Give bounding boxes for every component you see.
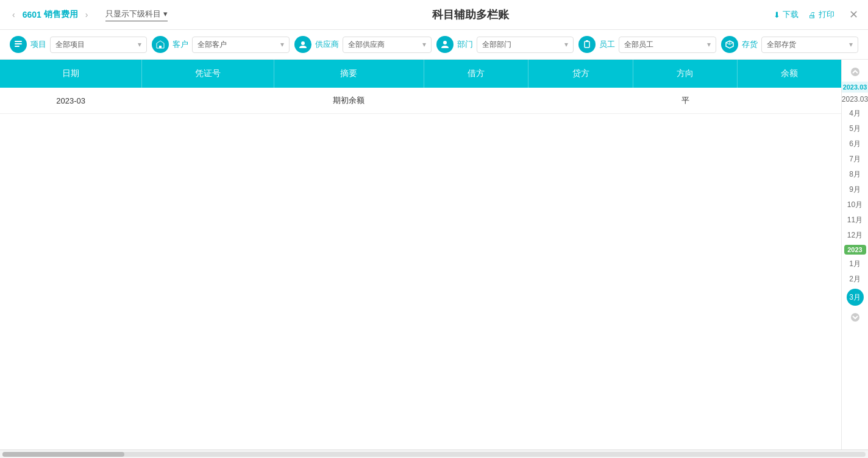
inventory-filter: 存货 全部存货 ▾ [721, 36, 858, 53]
col-date: 日期 [0, 60, 141, 88]
sidebar-month-item[interactable]: 8月 [841, 167, 868, 182]
department-icon [436, 36, 454, 53]
sidebar-month-item[interactable]: 12月 [841, 228, 868, 243]
inventory-select[interactable]: 全部存货 ▾ [761, 37, 858, 53]
col-summary: 摘要 [274, 60, 424, 88]
sidebar-month-item[interactable]: 3月 [847, 289, 864, 306]
sidebar-month-item[interactable]: 4月 [841, 106, 868, 121]
cell-balance [738, 88, 841, 114]
supplier-label: 供应商 [315, 39, 339, 50]
svg-rect-1 [15, 43, 22, 44]
table-row[interactable]: 2023-03 期初余额 平 [0, 88, 841, 114]
account-code-text: 6601 [23, 10, 41, 19]
col-balance: 余额 [738, 60, 841, 88]
employee-label: 员工 [599, 39, 615, 50]
show-sub-dropdown[interactable]: 只显示下级科目 ▾ [105, 9, 168, 21]
svg-rect-6 [586, 40, 588, 42]
cell-debit [424, 88, 528, 114]
supplier-dropdown-arrow: ▾ [422, 40, 426, 49]
cell-voucher [141, 88, 274, 114]
sidebar-month-item[interactable]: 2月 [841, 272, 868, 287]
print-label: 打印 [819, 9, 834, 20]
sidebar-month-item[interactable]: 6月 [841, 136, 868, 152]
department-label: 部门 [457, 39, 473, 50]
customer-label: 客户 [173, 39, 188, 50]
project-dropdown-arrow: ▾ [138, 40, 141, 49]
download-button[interactable]: ⬇ 下载 [774, 9, 799, 20]
sidebar-month-item[interactable]: 2023 [844, 245, 866, 255]
svg-rect-0 [15, 41, 22, 42]
svg-rect-2 [15, 46, 20, 47]
account-name-text: 销售费用 [44, 9, 78, 20]
project-select[interactable]: 全部项目 ▾ [50, 37, 147, 53]
show-sub-label: 只显示下级科目 [105, 9, 161, 19]
sidebar-month-item[interactable]: 5月 [841, 121, 868, 136]
svg-point-7 [851, 68, 859, 76]
customer-value: 全部客户 [197, 40, 227, 50]
project-icon [10, 36, 27, 53]
department-value: 全部部门 [482, 40, 511, 50]
inventory-value: 全部存货 [767, 40, 796, 50]
customer-icon [152, 36, 169, 53]
svg-point-4 [443, 41, 447, 44]
prev-account-button[interactable]: ‹ [10, 9, 18, 21]
sidebar-month-item[interactable]: 11月 [841, 213, 868, 228]
supplier-icon [294, 36, 311, 53]
employee-value: 全部员工 [624, 40, 653, 50]
sidebar-month-item[interactable]: 9月 [841, 182, 868, 197]
scrollbar-thumb[interactable] [2, 452, 124, 457]
print-button[interactable]: 🖨 打印 [808, 9, 834, 20]
col-voucher: 凭证号 [141, 60, 274, 88]
svg-rect-5 [585, 41, 589, 48]
cell-date: 2023-03 [0, 88, 141, 114]
download-icon: ⬇ [774, 10, 780, 19]
customer-filter: 客户 全部客户 ▾ [152, 36, 289, 53]
month-sidebar: 2023.032023.034月5月6月7月8月9月10月11月12月20231… [841, 60, 868, 449]
next-account-button[interactable]: › [83, 9, 91, 21]
filter-bar: 项目 全部项目 ▾ 客户 全部客户 ▾ [0, 30, 868, 60]
print-icon: 🖨 [808, 10, 816, 19]
project-value: 全部项目 [55, 40, 85, 50]
department-dropdown-arrow: ▾ [564, 40, 568, 49]
col-debit: 借方 [424, 60, 528, 88]
col-direction: 方向 [633, 60, 738, 88]
table-container: 日期 凭证号 摘要 借方 贷方 方向 余额 2023-03 期初余额 平 [0, 60, 841, 449]
sidebar-month-item[interactable]: 1月 [841, 256, 868, 272]
cell-summary: 期初余额 [274, 88, 424, 114]
inventory-label: 存货 [742, 39, 758, 50]
supplier-filter: 供应商 全部供应商 ▾ [294, 36, 432, 53]
sidebar-up-button[interactable] [847, 63, 864, 80]
supplier-select[interactable]: 全部供应商 ▾ [343, 37, 432, 53]
close-button[interactable]: ✕ [849, 8, 858, 21]
scrollbar-track [2, 452, 866, 457]
customer-select[interactable]: 全部客户 ▾ [192, 37, 289, 53]
inventory-dropdown-arrow: ▾ [849, 40, 853, 49]
project-label: 项目 [30, 39, 46, 50]
sidebar-month-item[interactable]: 2023.03 [841, 93, 868, 106]
sidebar-month-item[interactable]: 7月 [841, 152, 868, 167]
svg-point-8 [851, 313, 859, 322]
ledger-table: 日期 凭证号 摘要 借方 贷方 方向 余额 2023-03 期初余额 平 [0, 60, 841, 114]
employee-icon [578, 36, 596, 53]
svg-point-3 [301, 41, 305, 45]
inventory-icon [721, 36, 738, 53]
sidebar-month-item[interactable]: 2023.03 [841, 82, 868, 93]
sidebar-down-button[interactable] [847, 309, 864, 326]
sidebar-month-item[interactable]: 10月 [841, 197, 868, 213]
employee-dropdown-arrow: ▾ [707, 40, 711, 49]
employee-select[interactable]: 全部员工 ▾ [619, 37, 716, 53]
customer-dropdown-arrow: ▾ [280, 40, 284, 49]
supplier-value: 全部供应商 [348, 40, 385, 50]
show-sub-arrow: ▾ [163, 9, 168, 18]
table-header-row: 日期 凭证号 摘要 借方 贷方 方向 余额 [0, 60, 841, 88]
account-code: 6601 销售费用 [23, 9, 78, 20]
cell-credit [528, 88, 633, 114]
download-label: 下载 [783, 9, 799, 20]
department-filter: 部门 全部部门 ▾ [436, 36, 574, 53]
project-filter: 项目 全部项目 ▾ [10, 36, 147, 53]
employee-filter: 员工 全部员工 ▾ [578, 36, 716, 53]
horizontal-scrollbar[interactable] [0, 449, 868, 458]
page-title: 科目辅助多栏账 [173, 7, 769, 22]
cell-direction: 平 [633, 88, 738, 114]
department-select[interactable]: 全部部门 ▾ [477, 37, 574, 53]
